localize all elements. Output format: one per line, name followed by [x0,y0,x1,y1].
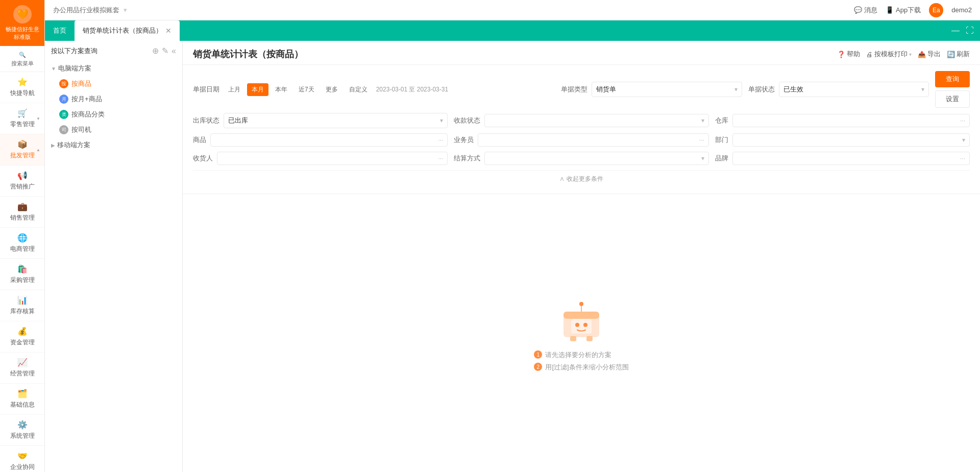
settlement-control[interactable]: ▾ [484,152,708,165]
tab-sales-stats[interactable]: 销货单统计计表（按商品） ✕ [75,20,180,41]
sidebar-item-inventory[interactable]: 📊 库存核算 [0,290,44,321]
search-menu[interactable]: 🔍 搜索菜单 [0,46,44,72]
header-right: 💬 消息 📱 App下载 Ea demo2 [854,3,972,17]
date-tab-last-month[interactable]: 上月 [224,83,245,96]
sidebar-item-purchase[interactable]: 🛍️ 采购管理 [0,259,44,290]
out-status-value: 已出库 [228,116,440,125]
empty-tip-1: 1 请先选择要分析的方案 [534,350,628,360]
recipient-more-icon[interactable]: ··· [438,155,443,162]
sidebar-item-retail[interactable]: 🛒 零售管理 [0,103,44,134]
brand-more-icon[interactable]: ··· [960,155,965,162]
by-category-label: 按商品分类 [71,110,105,119]
app-download-action[interactable]: 📱 App下载 [886,6,921,15]
tree-child-by-vendor[interactable]: 司 按司机 [45,122,182,137]
date-tab-last7[interactable]: 近7天 [294,83,319,96]
collapse-panel-btn[interactable]: « [172,46,176,56]
purchase-icon: 🛍️ [17,264,28,274]
by-month-product-icon: 月 [59,95,68,104]
out-status-control[interactable]: 已出库 ▾ [224,113,448,128]
recipient-control[interactable]: ··· [217,152,448,165]
warehouse-control[interactable]: ··· [732,114,970,127]
payment-status-control[interactable]: ▾ [484,114,708,127]
filter-row-3: 商品 ··· 业务员 ··· 部门 [193,133,970,147]
tab-close-icon[interactable]: ✕ [165,27,172,35]
svg-rect-8 [586,336,593,341]
svg-point-6 [579,302,583,306]
app-logo[interactable]: 🧡 畅捷信好生意 标准版 [0,0,45,46]
app-download-icon: 📱 [886,6,894,14]
tip-num-2: 2 [534,363,542,371]
warehouse-more-icon[interactable]: ··· [960,117,965,124]
help-action[interactable]: ❓ 帮助 [837,50,860,59]
sidebar-item-system[interactable]: ⚙️ 系统管理 [0,415,44,446]
product-label: 商品 [193,135,206,145]
sidebar-item-quick-nav[interactable]: ⭐ 快捷导航 [0,72,44,103]
business-icon: 📈 [17,358,28,367]
tree-parent-mobile[interactable]: ▶ 移动端方案 [45,137,182,153]
tree-parent-pc[interactable]: ▼ 电脑端方案 [45,61,182,76]
tab-home[interactable]: 首页 [45,20,75,41]
app-download-label: App下载 [896,6,921,15]
refresh-action[interactable]: 🔄 刷新 [947,50,970,59]
empty-state: 1 请先选择要分析的方案 2 用[过滤]条件来缩小分析范围 [183,194,980,472]
filter-row-4: 收货人 ··· 结算方式 ▾ 品牌 [193,152,970,165]
user-name[interactable]: demo2 [951,6,972,14]
add-scheme-btn[interactable]: ⊕ [152,46,159,56]
header-left: 办公用品行业模拟账套 ▾ [53,6,127,15]
doc-status-control[interactable]: 已生效 ▾ [779,82,929,97]
sidebar-item-sales[interactable]: 💼 销售管理 [0,197,44,228]
sidebar-item-ecommerce[interactable]: 🌐 电商管理 [0,228,44,259]
date-tab-this-year[interactable]: 本年 [271,83,292,96]
retail-icon: 🛒 [17,108,28,118]
doc-status-field: 单据状态 已生效 ▾ [748,82,929,97]
sidebar-item-wholesale[interactable]: 📦 批发管理 [0,134,44,166]
edit-scheme-btn[interactable]: ✎ [162,46,168,56]
doc-type-value: 销货单 [596,85,734,94]
by-product-label: 按商品 [71,79,91,88]
collapse-label: 收起更多条件 [567,175,603,182]
sidebar-item-finance[interactable]: 💰 资金管理 [0,321,44,352]
department-control[interactable]: ▾ [732,133,970,147]
sidebar-item-base[interactable]: 🗂️ 基础信息 [0,384,44,415]
sidebar-item-business[interactable]: 📈 经营管理 [0,352,44,384]
product-more-icon[interactable]: ··· [438,136,443,144]
export-icon: 📤 [918,51,926,58]
salesperson-control[interactable]: ··· [478,133,708,147]
tab-min-icon[interactable]: — [949,24,962,37]
query-button[interactable]: 查询 [935,71,970,87]
date-tab-custom[interactable]: 自定义 [345,83,372,96]
salesperson-more-icon[interactable]: ··· [699,136,704,144]
date-tab-this-month[interactable]: 本月 [247,83,268,96]
department-label: 部门 [715,135,728,145]
app-name: 畅捷信好生意 [6,26,39,33]
retail-label: 零售管理 [10,120,35,129]
search-icon: 🔍 [19,52,26,58]
message-label: 消息 [864,6,877,15]
date-tab-more[interactable]: 更多 [321,83,342,96]
brand-control[interactable]: ··· [732,152,970,165]
filter-panel-title: 按以下方案查询 [51,46,97,56]
doc-type-control[interactable]: 销货单 ▾ [592,82,742,97]
collapse-more-btn[interactable]: ∧ 收起更多条件 [193,170,970,187]
empty-tips: 1 请先选择要分析的方案 2 用[过滤]条件来缩小分析范围 [534,350,628,375]
sales-icon: 💼 [17,202,28,211]
product-control[interactable]: ··· [210,133,448,147]
this-month-label: 本月 [252,86,264,93]
settlement-arrow-icon: ▾ [701,155,704,162]
export-action[interactable]: 📤 导出 [918,50,941,59]
message-action[interactable]: 💬 消息 [854,6,877,15]
template-print-action[interactable]: 🖨 按模板打印 ▾ [866,50,912,59]
inventory-icon: 📊 [17,295,28,305]
tree-child-by-month-product[interactable]: 月 按月+商品 [45,91,182,107]
user-avatar[interactable]: Ea [929,3,943,17]
settings-button[interactable]: 设置 [935,90,970,108]
base-label: 基础信息 [10,400,35,409]
filter-side-panel: 按以下方案查询 ⊕ ✎ « ▼ 电脑端方案 按 按商品 月 按月 [45,41,183,472]
date-range: 2023-03-01 至 2023-03-31 [376,85,448,94]
tree-child-by-category[interactable]: 类 按商品分类 [45,107,182,122]
filter-row-2: 出库状态 已出库 ▾ 收款状态 ▾ 仓库 [193,113,970,128]
tab-max-icon[interactable]: ⛶ [964,24,976,37]
sidebar-item-cooperation[interactable]: 🤝 企业协同 [0,446,44,472]
tree-child-by-product[interactable]: 按 按商品 [45,76,182,91]
sidebar-item-marketing[interactable]: 📢 营销推广 [0,166,44,197]
